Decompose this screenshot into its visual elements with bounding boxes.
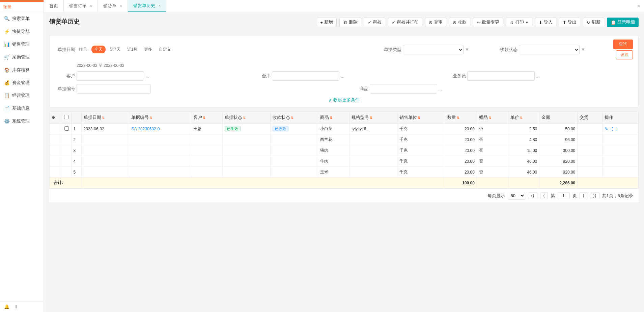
col-customer[interactable]: 客户⇅ (191, 112, 223, 124)
tab-sales-history-close[interactable]: × (159, 4, 161, 8)
sidebar-item-operations[interactable]: 📋 经营管理 (0, 89, 44, 102)
table-row: 5 玉米 千克 20.00 否 46.00 920.00 (50, 167, 638, 178)
sidebar-item-label: 快捷导航 (12, 28, 30, 34)
col-settings[interactable]: ⚙ (50, 112, 62, 124)
col-price[interactable]: 单价⇅ (508, 112, 539, 124)
setting-button[interactable]: 设置 (616, 50, 633, 59)
notification-icon[interactable]: 🔔 (4, 304, 9, 309)
salesperson-input[interactable] (467, 71, 535, 81)
page-size-select[interactable]: 50 100 (508, 192, 525, 200)
collect-status-select[interactable] (519, 45, 580, 54)
edit-icon[interactable]: ✎ (605, 126, 608, 131)
col-doc-no[interactable]: 单据编号⇅ (129, 112, 191, 124)
date-btn-more[interactable]: 更多 (142, 46, 155, 53)
sidebar-item-quick-nav[interactable]: ⚡ 快捷导航 (0, 25, 44, 38)
row-checkbox[interactable] (64, 126, 69, 131)
close-all-tabs[interactable]: × (633, 3, 644, 8)
sidebar-item-label: 库存核算 (12, 67, 30, 73)
col-doc-status[interactable]: 单据状态⇅ (222, 112, 270, 124)
date-btn-custom[interactable]: 自定义 (157, 46, 173, 53)
batch-change-label: 批量变更 (482, 19, 499, 25)
sidebar-item-basic-info[interactable]: 📄 基础信息 (0, 102, 44, 115)
page-number-input[interactable] (558, 192, 570, 199)
warehouse-dots[interactable]: ... (341, 74, 344, 79)
prev-page-button[interactable]: ⟨ (540, 192, 548, 199)
print-button[interactable]: 🖨 打印 ▼ (506, 18, 532, 27)
tab-home[interactable]: 首页 (44, 0, 64, 12)
collect-button[interactable]: ⊙ 收款 (449, 18, 470, 27)
import-button[interactable]: ⬇ 导入 (535, 18, 556, 27)
sidebar-item-search-menu[interactable]: 🔍 搜索菜单 (0, 12, 44, 25)
warehouse-input[interactable] (272, 71, 339, 81)
collect-status-dropdown-icon: ▼ (581, 47, 585, 52)
sidebar-item-purchase-mgmt[interactable]: 🛒 采购管理 (0, 51, 44, 63)
tab-home-label: 首页 (49, 3, 58, 9)
refresh-button[interactable]: ↻ 刷新 (583, 18, 604, 27)
page-content: 销货单历史 + 新增 🗑 删除 ✓ 审核 ✓ 审核并打印 (44, 12, 644, 312)
collapse-icon: ∧ (329, 98, 332, 103)
customer-dots[interactable]: ... (145, 74, 149, 79)
total-info: 共1页，5条记录 (602, 193, 633, 199)
row-checkbox-cell[interactable] (62, 124, 71, 134)
customer-input[interactable] (77, 71, 144, 81)
search-menu-icon: 🔍 (4, 16, 9, 21)
col-doc-date[interactable]: 单据日期⇅ (81, 112, 129, 124)
table-row: 3 猪肉 千克 20.00 否 15.00 300.00 (50, 145, 638, 156)
batch-change-button[interactable]: ✏ 批量变更 (473, 18, 503, 27)
tab-sales-goods-close[interactable]: × (120, 4, 122, 8)
next-page-button[interactable]: ⟩ (580, 192, 587, 199)
first-page-button[interactable]: ⟨⟨ (528, 192, 537, 199)
audit-button[interactable]: ✓ 审核 (364, 18, 385, 27)
salesperson-dots[interactable]: ... (536, 74, 540, 79)
last-page-button[interactable]: ⟩⟩ (590, 192, 599, 199)
tab-sales-goods[interactable]: 销货单 × (98, 0, 128, 12)
row-doc-no[interactable]: SA-20230602-0 (129, 124, 191, 134)
date-btn-yesterday[interactable]: 昨天 (77, 46, 89, 53)
goods-dots[interactable]: ... (439, 86, 442, 92)
col-qty[interactable]: 数量⇅ (445, 112, 477, 124)
sidebar-item-system-mgmt[interactable]: ⚙️ 系统管理 (0, 115, 44, 128)
col-collect-status[interactable]: 收款状态⇅ (270, 112, 318, 124)
collapse-filter-button[interactable]: ∧ 收起更多条件 (55, 97, 633, 103)
tab-sales-order[interactable]: 销售订单 × (64, 0, 98, 12)
show-detail-icon: 📋 (611, 20, 616, 25)
tab-sales-order-close[interactable]: × (90, 4, 92, 8)
doc-type-select[interactable] (403, 45, 464, 54)
filter-group-goods: 商品 ... (348, 84, 633, 94)
col-goods[interactable]: 商品⇅ (318, 112, 349, 124)
filter-group-customer: 客户 ... (55, 71, 242, 81)
sidebar-item-finance[interactable]: 💰 资金管理 (0, 76, 44, 89)
export-button[interactable]: ⬆ 导出 (559, 18, 580, 27)
delete-button[interactable]: 🗑 删除 (339, 18, 361, 27)
row-trade (578, 124, 603, 134)
col-gift[interactable]: 赠品⇅ (477, 112, 508, 124)
goods-input[interactable] (370, 84, 437, 94)
date-btn-today[interactable]: 今天 (91, 46, 106, 53)
summary-qty: 100.00 (445, 178, 477, 188)
delete-icon: 🗑 (343, 20, 347, 25)
show-detail-button[interactable]: 📋 显示明细 (607, 18, 639, 27)
filter-row-1: 单据日期 昨天 今天 近7天 近1月 更多 自定义 单据类型 ▼ (55, 40, 633, 59)
import-icon: ⬇ (539, 20, 542, 25)
sidebar-item-inventory[interactable]: 🏠 库存核算 (0, 63, 44, 76)
add-button[interactable]: + 新增 (317, 18, 337, 27)
inventory-icon: 🏠 (4, 67, 9, 73)
col-unit[interactable]: 销售单位⇅ (397, 112, 445, 124)
audit-print-button[interactable]: ✓ 审核并打印 (388, 18, 422, 27)
query-button[interactable]: 查询 (613, 40, 633, 49)
col-action: 操作 (603, 112, 638, 124)
tab-sales-history[interactable]: 销货单历史 × (128, 0, 166, 12)
salesperson-label: 业务员 (446, 73, 466, 79)
discard-button[interactable]: ⊘ 弃审 (425, 18, 446, 27)
sidebar-item-sales-mgmt[interactable]: 📊 销售管理 (0, 38, 44, 51)
doc-no-input[interactable] (77, 84, 151, 94)
date-btn-1month[interactable]: 近1月 (125, 46, 140, 53)
export-label: 导出 (568, 19, 577, 25)
select-all-checkbox[interactable] (64, 115, 68, 119)
col-spec[interactable]: 规格型号⇅ (349, 112, 397, 124)
table-header-row: ⚙ 单据日期⇅ 单据编号⇅ 客户⇅ 单据状态⇅ 收款状态⇅ 商品⇅ 规格型号⇅ … (50, 112, 638, 124)
customer-label: 客户 (55, 73, 75, 79)
pause-icon[interactable]: ⏸ (13, 304, 18, 309)
date-btn-7days[interactable]: 近7天 (108, 46, 123, 53)
more-action-icon[interactable]: ⋮⋮ (610, 126, 619, 131)
